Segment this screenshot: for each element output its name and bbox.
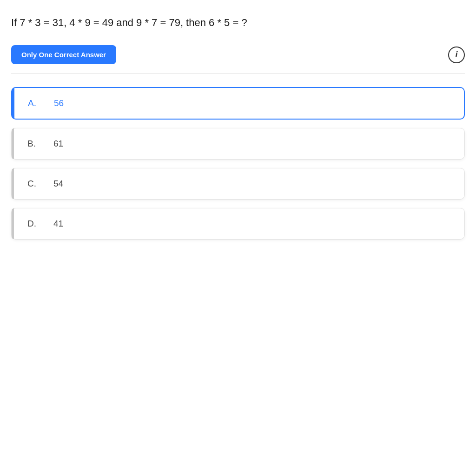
- option-side-bar-b: [12, 128, 14, 159]
- option-label-d: D.: [27, 219, 46, 229]
- options-list: A.56B.61C.54D.41: [11, 87, 465, 240]
- divider: [11, 73, 465, 74]
- option-card-a[interactable]: A.56: [11, 87, 465, 120]
- option-value-c: 54: [53, 179, 63, 189]
- option-side-bar-a: [12, 88, 14, 119]
- only-one-correct-answer-badge: Only One Correct Answer: [11, 45, 116, 64]
- question-text: If 7 * 3 = 31, 4 * 9 = 49 and 9 * 7 = 79…: [11, 15, 465, 30]
- option-value-d: 41: [53, 219, 63, 229]
- option-label-c: C.: [27, 179, 46, 189]
- option-label-b: B.: [27, 139, 46, 149]
- info-icon[interactable]: i: [448, 47, 465, 63]
- tag-row: Only One Correct Answer i: [11, 45, 465, 64]
- option-value-b: 61: [53, 139, 63, 149]
- option-side-bar-c: [12, 168, 14, 199]
- option-value-a: 56: [54, 98, 64, 108]
- option-card-c[interactable]: C.54: [11, 168, 465, 200]
- option-card-d[interactable]: D.41: [11, 208, 465, 240]
- option-side-bar-d: [12, 208, 14, 239]
- option-label-a: A.: [28, 98, 46, 108]
- option-card-b[interactable]: B.61: [11, 128, 465, 160]
